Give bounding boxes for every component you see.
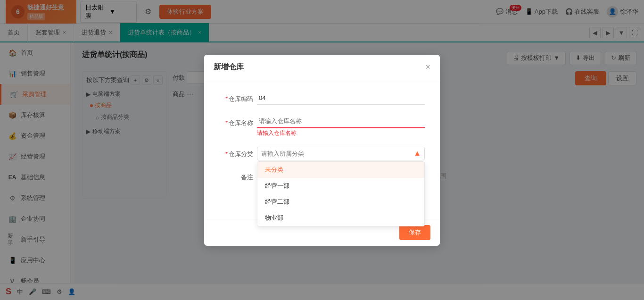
category-input-wrap: ▲ 未分类 经营一部 经营二部 物业部 bbox=[257, 147, 425, 160]
form-row-category: 仓库分类 ▲ 未分类 经营一部 经营二部 物业部 bbox=[219, 147, 425, 160]
category-label: 仓库分类 bbox=[219, 147, 257, 158]
category-toggle-icon[interactable]: ▲ bbox=[413, 149, 421, 158]
name-label: 仓库名称 bbox=[219, 116, 257, 127]
dialog-body: 仓库编码 仓库名称 请输入仓库名称 仓库分类 bbox=[204, 80, 440, 219]
name-input-wrap bbox=[257, 115, 425, 128]
dropdown-item-dept1[interactable]: 经营一部 bbox=[257, 178, 424, 194]
name-error-msg: 请输入仓库名称 bbox=[257, 129, 297, 137]
modal-overlay: 新增仓库 × 仓库编码 仓库名称 请输入仓库名称 bbox=[0, 0, 644, 300]
dropdown-item-dept2[interactable]: 经营二部 bbox=[257, 194, 424, 210]
form-row-name: 仓库名称 请输入仓库名称 bbox=[219, 115, 425, 137]
dropdown-item-dept3[interactable]: 物业部 bbox=[257, 210, 424, 226]
dialog-title: 新增仓库 bbox=[214, 62, 244, 72]
category-input[interactable] bbox=[257, 147, 425, 160]
add-warehouse-dialog: 新增仓库 × 仓库编码 仓库名称 请输入仓库名称 bbox=[204, 55, 440, 246]
note-label: 备注 bbox=[219, 170, 257, 182]
save-button[interactable]: 保存 bbox=[399, 225, 430, 240]
code-label: 仓库编码 bbox=[219, 92, 257, 103]
category-dropdown: 未分类 经营一部 经营二部 物业部 bbox=[257, 161, 425, 226]
form-row-code: 仓库编码 bbox=[219, 92, 425, 105]
name-input[interactable] bbox=[257, 115, 425, 128]
dropdown-item-unclassified[interactable]: 未分类 bbox=[257, 162, 424, 178]
dialog-close-button[interactable]: × bbox=[425, 62, 430, 72]
dialog-header: 新增仓库 × bbox=[204, 55, 440, 80]
code-input[interactable] bbox=[257, 92, 425, 105]
